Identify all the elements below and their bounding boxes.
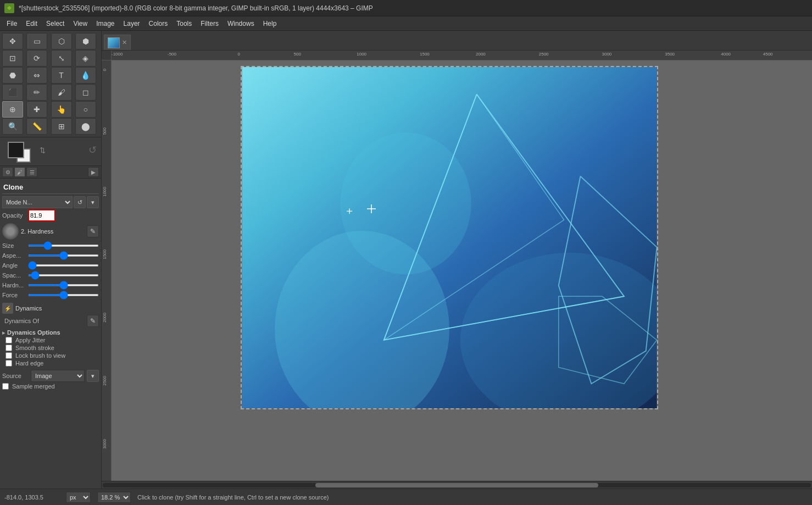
hardness-label: Hardn...	[2, 282, 27, 288]
smudge-button[interactable]: 👆	[51, 101, 72, 118]
toolbox-tab-strip: ⚙ 🖌 ☰ ▶	[0, 166, 101, 179]
opacity-input[interactable]	[28, 209, 55, 221]
dynamics-edit-button[interactable]: ✎	[87, 315, 99, 327]
rotate-button[interactable]: ⟳	[26, 50, 47, 66]
tab-expand[interactable]: ▶	[88, 167, 99, 177]
apply-jitter-checkbox[interactable]	[5, 337, 12, 343]
sample-merged-row: Sample merged	[2, 383, 99, 390]
sample-merged-label[interactable]: Sample merged	[12, 383, 55, 390]
apply-jitter-row: Apply Jitter	[5, 337, 99, 343]
ruler-corner	[102, 51, 112, 60]
tab-tool-options-2[interactable]: 🖌	[14, 167, 25, 177]
angle-slider[interactable]	[28, 264, 99, 267]
spacing-slider[interactable]	[28, 274, 99, 276]
size-slider[interactable]	[28, 245, 99, 247]
h-scroll-track[interactable]	[103, 483, 811, 487]
measure-button[interactable]: 📏	[26, 118, 47, 135]
tab-layers[interactable]: ☰	[26, 167, 37, 177]
hardness-slider[interactable]	[28, 284, 99, 286]
eraser-button[interactable]: ◻	[75, 84, 96, 101]
smooth-stroke-row: Smooth stroke	[5, 345, 99, 351]
force-row: Force ↺	[2, 291, 99, 299]
path-button[interactable]: ⬤	[75, 118, 96, 135]
dodge-button[interactable]: ○	[75, 101, 96, 118]
hard-edge-checkbox[interactable]	[5, 360, 12, 367]
dynamics-icon: ⚡	[2, 303, 13, 314]
fuzzy-select-button[interactable]: ⬢	[75, 33, 96, 49]
canvas-viewport[interactable]	[112, 60, 812, 481]
smooth-stroke-label[interactable]: Smooth stroke	[15, 345, 54, 351]
aspect-slider[interactable]	[28, 254, 99, 257]
mode-reset-button[interactable]: ↺	[74, 196, 86, 208]
menu-filters[interactable]: Filters	[196, 19, 223, 29]
lock-brush-label[interactable]: Lock brush to view	[15, 352, 65, 359]
aspect-row: Aspe... 🔗 ○	[2, 251, 99, 260]
menu-view[interactable]: View	[69, 19, 92, 29]
free-select-button[interactable]: ⬡	[51, 33, 72, 49]
horizontal-scrollbar[interactable]	[102, 481, 812, 489]
menu-image[interactable]: Image	[92, 19, 119, 29]
mode-dropdown[interactable]: Mode N... Normal Multiply	[2, 196, 73, 208]
h-scroll-thumb[interactable]	[315, 483, 599, 487]
menu-edit[interactable]: Edit	[21, 19, 42, 29]
hard-edge-label[interactable]: Hard edge	[15, 360, 43, 367]
menu-help[interactable]: Help	[259, 19, 281, 29]
source-dropdown[interactable]: Image Pattern	[31, 370, 85, 382]
text-tool-button[interactable]: T	[51, 67, 72, 84]
fill-button[interactable]: ⬛	[2, 84, 23, 101]
menu-layer[interactable]: Layer	[119, 19, 144, 29]
window-title: *[shutterstock_2535506] (imported)-8.0 (…	[19, 4, 373, 12]
reset-colors-icon[interactable]: ↺	[88, 144, 97, 156]
source-arrow-button[interactable]: ▾	[87, 370, 99, 382]
scale-button[interactable]: ⤡	[51, 50, 72, 66]
color-picker-button[interactable]: 💧	[75, 67, 96, 84]
brush-edit-button[interactable]: ✎	[87, 225, 99, 237]
paintbrush-button[interactable]: 🖌	[51, 84, 72, 101]
thumb-close-button[interactable]: ✕	[122, 39, 127, 46]
menu-file[interactable]: File	[2, 19, 21, 29]
dynamics-section-header[interactable]: ⚡ Dynamics	[2, 303, 99, 314]
force-slider[interactable]	[28, 294, 99, 296]
pencil-button[interactable]: ✏	[26, 84, 47, 101]
heal-button[interactable]: ✚	[26, 101, 47, 118]
crop-button[interactable]: ⊡	[2, 50, 23, 66]
sample-merged-checkbox[interactable]	[2, 383, 9, 390]
menu-bar: File Edit Select View Image Layer Colors…	[0, 16, 812, 31]
thumb-preview-icon	[108, 37, 120, 48]
hard-edge-row: Hard edge	[5, 360, 99, 367]
image-canvas[interactable]	[241, 66, 658, 409]
unit-dropdown[interactable]: px mm in	[66, 492, 91, 503]
shear-button[interactable]: ◈	[75, 50, 96, 66]
smooth-stroke-checkbox[interactable]	[5, 345, 12, 351]
size-label: Size	[2, 242, 27, 249]
mode-arrow-button[interactable]: ▾	[87, 196, 99, 208]
dynamics-off-row: Dynamics Of ✎	[2, 315, 99, 327]
perspective-button[interactable]: ⬣	[2, 67, 23, 84]
flip-button[interactable]: ⇔	[26, 67, 47, 84]
dynamics-options-header[interactable]: ▸ Dynamics Options	[2, 329, 99, 336]
image-tab[interactable]: ✕	[104, 35, 131, 50]
align-button[interactable]: ⊞	[51, 118, 72, 135]
menu-colors[interactable]: Colors	[144, 19, 173, 29]
spacing-row: Spac... 🔗 ○	[2, 271, 99, 280]
zoom-dropdown[interactable]: 18.2 % 25 % 50 % 100 %	[97, 492, 131, 503]
tab-tool-options[interactable]: ⚙	[2, 167, 13, 177]
aspect-label: Aspe...	[2, 252, 27, 259]
dynamics-label: Dynamics	[15, 305, 42, 312]
angle-row: Angle 🔗 ○	[2, 261, 99, 270]
menu-tools[interactable]: Tools	[172, 19, 196, 29]
move-tool-button[interactable]: ✥	[2, 33, 23, 49]
clone-tool-button[interactable]: ⊕	[2, 101, 23, 118]
swap-colors-icon[interactable]: ⇅	[40, 146, 46, 154]
menu-windows[interactable]: Windows	[223, 19, 259, 29]
status-bar: -814.0, 1303.5 px mm in 18.2 % 25 % 50 %…	[0, 489, 812, 505]
foreground-color[interactable]	[8, 142, 24, 158]
force-label: Force	[2, 292, 27, 298]
apply-jitter-label[interactable]: Apply Jitter	[15, 337, 45, 343]
lock-brush-checkbox[interactable]	[5, 352, 12, 359]
zoom-tool-button[interactable]: 🔍	[2, 118, 23, 135]
rect-select-button[interactable]: ▭	[26, 33, 47, 49]
brush-preview-icon[interactable]	[2, 223, 19, 240]
colors-area: ↺ ⇅	[0, 137, 101, 166]
menu-select[interactable]: Select	[42, 19, 69, 29]
